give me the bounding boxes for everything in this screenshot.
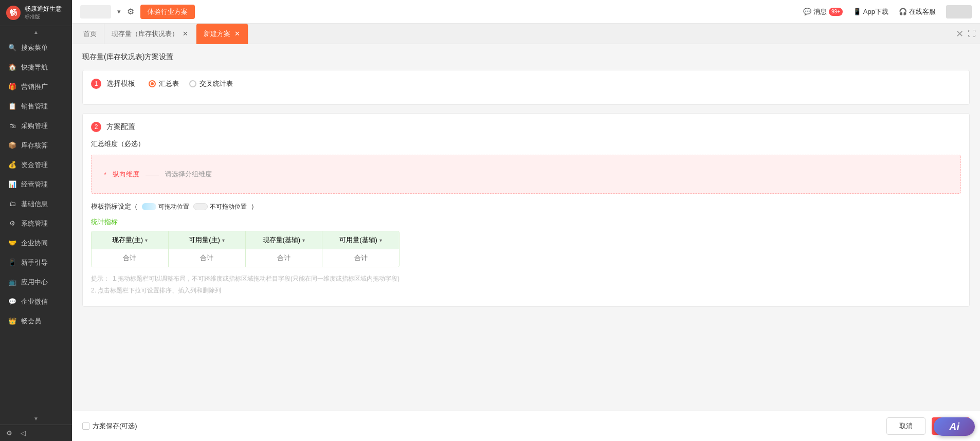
tab-inventory-close[interactable]: ✕	[182, 30, 189, 38]
scroll-up-btn[interactable]: ▲	[33, 28, 39, 36]
template-radio-group: 汇总表 交叉统计表	[149, 79, 233, 88]
stats-col-1-data: 合计	[169, 249, 246, 267]
messages-btn[interactable]: 💬 消息 99+	[803, 7, 843, 16]
tab-new-scheme-close[interactable]: ✕	[233, 30, 241, 38]
col-0-dropdown[interactable]: ▾	[145, 237, 148, 243]
radio-cross[interactable]: 交叉统计表	[189, 79, 233, 88]
sidebar-item-enterprise[interactable]: 🤝 企业协同	[0, 233, 72, 253]
radio-summary[interactable]: 汇总表	[149, 79, 179, 88]
stats-col-0-header[interactable]: 现存量(主) ▾	[92, 231, 169, 249]
col-3-name: 可用量(基辅)	[339, 235, 377, 245]
topbar-dropdown-btn[interactable]: ▾	[117, 8, 121, 15]
non-draggable-label: 不可拖动位置	[210, 203, 247, 211]
sidebar: 畅 畅康通好生意 标准版 ▲ 🔍 搜索菜单 🏠 快捷导航 🎁 营销推广 📋 销售…	[0, 0, 72, 441]
service-btn[interactable]: 🎧 在线客服	[899, 7, 936, 16]
stats-col-2-data: 合计	[246, 249, 323, 267]
save-checkbox[interactable]	[82, 422, 89, 430]
step1-badge: 1	[91, 79, 101, 89]
sidebar-item-newbie[interactable]: 📱 新手引导	[0, 253, 72, 272]
sidebar-item-label: 销售管理	[21, 102, 48, 111]
sidebar-item-marketing[interactable]: 🎁 营销推广	[0, 77, 72, 97]
sidebar-settings-btn[interactable]: ⚙	[6, 429, 12, 437]
ai-label: Ai	[949, 421, 959, 433]
sidebar-item-sales[interactable]: 📋 销售管理	[0, 97, 72, 116]
radio-cross-label: 交叉统计表	[199, 79, 233, 88]
sidebar-scroll-up[interactable]: ▲	[0, 26, 72, 38]
required-mark: *	[104, 171, 106, 178]
sidebar-nav: 🔍 搜索菜单 🏠 快捷导航 🎁 营销推广 📋 销售管理 🛍 采购管理 📦 库存核…	[0, 38, 72, 413]
save-label: 方案保存(可选)	[93, 421, 137, 431]
system-icon: ⚙	[8, 219, 17, 228]
trial-btn[interactable]: 体验行业方案	[140, 5, 195, 19]
sidebar-item-label: 经营管理	[21, 180, 48, 189]
stats-col-1-header[interactable]: 可用量(主) ▾	[169, 231, 246, 249]
tab-home-label: 首页	[83, 29, 97, 39]
radio-summary-label: 汇总表	[159, 79, 179, 88]
sidebar-item-label: 企业协同	[21, 238, 48, 248]
tip-1: 2. 点击标题栏下拉可设置排序、插入列和删除列	[91, 286, 961, 295]
tab-new-scheme-label: 新建方案	[204, 29, 230, 39]
topbar-gear-btn[interactable]: ⚙	[127, 7, 134, 16]
radio-dot-summary	[151, 82, 154, 85]
sidebar-item-label: 快捷导航	[21, 63, 48, 72]
tip-0: 提示： 1.拖动标题栏可以调整布局，不可跨维度或指标区域拖动栏目字段(只能在同一…	[91, 274, 961, 283]
basic-icon: 🗂	[8, 199, 17, 209]
col-2-dropdown[interactable]: ▾	[302, 237, 305, 243]
sidebar-item-label: 营销推广	[21, 82, 48, 91]
sidebar-item-business[interactable]: 📊 经营管理	[0, 175, 72, 194]
close-icon: ✕	[183, 30, 188, 38]
sidebar-item-member[interactable]: 👑 畅会员	[0, 311, 72, 331]
messages-label: 消息	[813, 7, 827, 16]
tabbar-expand-btn[interactable]: ⛶	[968, 29, 976, 39]
indicator-settings: 模板指标设定（ 可拖动位置 不可拖动位置 ）	[91, 202, 961, 211]
indicator-label: 模板指标设定（ 可拖动位置 不可拖动位置 ）	[91, 202, 961, 211]
ai-badge[interactable]: Ai	[934, 417, 975, 436]
tabbar-close-btn[interactable]: ✕	[956, 28, 964, 40]
sidebar-item-system[interactable]: ⚙ 系统管理	[0, 214, 72, 233]
app-icon: 📱	[853, 8, 861, 15]
dimension-area[interactable]: * 纵向维度 —— 请选择分组维度	[91, 155, 961, 194]
sidebar-item-appstore[interactable]: 📺 应用中心	[0, 272, 72, 292]
step1-title: 选择模板	[106, 79, 135, 88]
app-download-label: App下载	[863, 7, 888, 16]
newbie-icon: 📱	[8, 258, 17, 267]
sidebar-item-purchase[interactable]: 🛍 采购管理	[0, 116, 72, 136]
sidebar-item-inventory[interactable]: 📦 库存核算	[0, 136, 72, 155]
tab-new-scheme[interactable]: 新建方案 ✕	[196, 24, 248, 44]
app-download-btn[interactable]: 📱 App下载	[853, 7, 888, 16]
sidebar-item-search[interactable]: 🔍 搜索菜单	[0, 38, 72, 58]
sidebar-item-label: 应用中心	[21, 278, 48, 287]
sidebar-item-quick-nav[interactable]: 🏠 快捷导航	[0, 58, 72, 77]
tab-home[interactable]: 首页	[76, 24, 104, 44]
stats-title: 统计指标	[91, 217, 961, 227]
bottom-bar: 方案保存(可选) 取消 查询	[72, 411, 980, 441]
col-1-dropdown[interactable]: ▾	[222, 237, 225, 243]
sidebar-item-wechat[interactable]: 💬 企业微信	[0, 292, 72, 311]
sidebar-item-basic[interactable]: 🗂 基础信息	[0, 194, 72, 214]
scroll-down-btn[interactable]: ▼	[33, 415, 39, 422]
stats-col-3-header[interactable]: 可用量(基辅) ▾	[322, 231, 399, 249]
tab-inventory-status[interactable]: 现存量（库存状况表） ✕	[104, 24, 196, 44]
sidebar-logo: 畅 畅康通好生意 标准版	[0, 0, 72, 26]
sidebar-item-label: 系统管理	[21, 219, 48, 228]
sidebar-item-label: 企业微信	[21, 297, 48, 306]
cancel-button[interactable]: 取消	[886, 417, 925, 435]
stats-header-row: 现存量(主) ▾ 可用量(主) ▾ 现存量(基辅) ▾ 可用量(基辅)	[92, 231, 399, 249]
gift-icon: 🎁	[8, 82, 17, 91]
sidebar-collapse-btn[interactable]: ◁	[21, 429, 26, 437]
stats-table: 现存量(主) ▾ 可用量(主) ▾ 现存量(基辅) ▾ 可用量(基辅)	[91, 231, 400, 267]
non-draggable-indicator	[193, 203, 208, 210]
col-3-dropdown[interactable]: ▾	[379, 237, 382, 243]
tabbar-actions: ✕ ⛶	[956, 28, 980, 40]
radio-circle-cross	[189, 80, 196, 87]
sidebar-item-finance[interactable]: 💰 资金管理	[0, 155, 72, 175]
dim-placeholder: 请选择分组维度	[165, 170, 212, 179]
user-info	[80, 5, 111, 19]
purchase-icon: 🛍	[8, 121, 17, 131]
search-icon: 🔍	[8, 43, 17, 52]
sidebar-item-label: 畅会员	[21, 317, 41, 326]
sidebar-scroll-down[interactable]: ▼	[0, 413, 72, 425]
topbar-avatar	[946, 5, 972, 19]
service-label: 在线客服	[909, 7, 936, 16]
stats-col-2-header[interactable]: 现存量(基辅) ▾	[246, 231, 323, 249]
